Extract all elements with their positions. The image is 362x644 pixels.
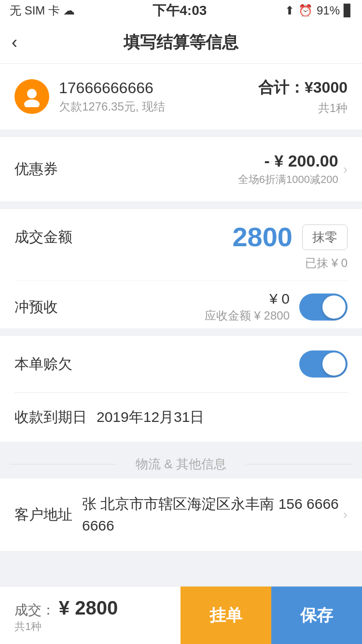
bottom-deal-label: 成交： (14, 602, 55, 617)
address-card: 客户地址 张 北京市市辖区海淀区永丰南 156 6666 6666 › (0, 478, 362, 551)
status-left: 无 SIM 卡 ☁ (10, 3, 75, 18)
battery-icon: ▊ (344, 4, 352, 17)
prepay-toggle-track[interactable] (299, 294, 348, 321)
prepay-amount: ¥ 0 (205, 291, 290, 307)
duedate-label: 收款到期日 (14, 407, 87, 427)
bottom-deal-count: 共1种 (14, 619, 181, 634)
prepay-toggle[interactable] (299, 294, 348, 321)
baddebt-toggle[interactable] (299, 350, 348, 378)
baddebt-card: 本单赊欠 收款到期日 2019年12月31日 (0, 336, 362, 442)
customer-sub: 欠款1276.35元, 现结 (59, 99, 165, 114)
bottom-total: 成交： ¥ 2800 共1种 (0, 597, 181, 634)
alarm-icon: ⏰ (298, 4, 313, 17)
customer-right: 合计：¥3000 共1种 (258, 77, 348, 116)
save-button[interactable]: 保存 (271, 587, 362, 644)
avatar-icon (21, 86, 42, 107)
svg-point-0 (27, 89, 37, 98)
address-chevron-icon: › (343, 507, 348, 522)
prepay-toggle-thumb (322, 295, 346, 319)
prepay-label: 冲预收 (14, 297, 58, 317)
customer-phone: 17666666666 (59, 79, 165, 97)
coupon-discount: - ¥ 200.00 (238, 152, 338, 170)
prepay-row: 冲预收 ¥ 0 应收金额 ¥ 2800 (14, 281, 348, 328)
status-right: ⬆ ⏰ 91% ▊ (285, 4, 352, 17)
coupon-right: - ¥ 200.00 全场6折满1000减200 › (238, 152, 348, 187)
page-title: 填写结算等信息 (124, 31, 238, 54)
coupon-sub: 全场6折满1000减200 (238, 172, 338, 187)
location-icon: ⬆ (285, 4, 294, 17)
customer-row: 17666666666 欠款1276.35元, 现结 合计：¥3000 共1种 (14, 64, 348, 129)
baddebt-toggle-track[interactable] (299, 350, 348, 378)
status-bar: 无 SIM 卡 ☁ 下午4:03 ⬆ ⏰ 91% ▊ (0, 0, 362, 21)
logistics-label: 物流 & 其他信息 (136, 456, 226, 473)
sim-label: 无 SIM 卡 ☁ (10, 3, 75, 18)
pending-button[interactable]: 挂单 (181, 587, 271, 644)
prepay-info: ¥ 0 应收金额 ¥ 2800 (205, 291, 290, 323)
deal-amount-row: 成交金额 2800 抹零 (14, 209, 348, 255)
address-label: 客户地址 (14, 505, 72, 525)
sep-line-right (246, 464, 352, 464)
deal-card: 成交金额 2800 抹零 已抹 ¥ 0 冲预收 ¥ 0 应收金额 ¥ 2800 (0, 209, 362, 328)
customer-info: 17666666666 欠款1276.35元, 现结 (59, 79, 165, 114)
nav-bar: ‹ 填写结算等信息 (0, 21, 362, 64)
total-count: 共1种 (258, 100, 348, 116)
back-button[interactable]: ‹ (12, 32, 17, 53)
baddebt-label: 本单赊欠 (14, 354, 72, 374)
bottom-bar: 成交： ¥ 2800 共1种 挂单 保存 (0, 586, 362, 644)
avatar (14, 79, 49, 114)
prepay-sub: 应收金额 ¥ 2800 (205, 308, 290, 323)
svg-point-1 (24, 99, 40, 107)
prepay-right: ¥ 0 应收金额 ¥ 2800 (205, 291, 348, 323)
round-button[interactable]: 抹零 (302, 224, 348, 250)
address-row[interactable]: 客户地址 张 北京市市辖区海淀区永丰南 156 6666 6666 › (14, 478, 348, 551)
battery-label: 91% (317, 4, 340, 17)
coupon-chevron-icon: › (343, 162, 348, 177)
sep-line-left (10, 464, 116, 464)
total-amount: 合计：¥3000 (258, 77, 348, 98)
coupon-label: 优惠券 (14, 159, 58, 179)
coupon-info: - ¥ 200.00 全场6折满1000减200 (238, 152, 338, 187)
content-area: 17666666666 欠款1276.35元, 现结 合计：¥3000 共1种 … (0, 64, 362, 644)
duedate-value: 2019年12月31日 (97, 407, 204, 427)
deal-amount-value: 2800 (232, 224, 292, 251)
coupon-card: 优惠券 - ¥ 200.00 全场6折满1000减200 › (0, 137, 362, 201)
duedate-row: 收款到期日 2019年12月31日 (14, 392, 348, 442)
deal-amount-label: 成交金额 (14, 227, 72, 247)
baddebt-toggle-thumb (322, 352, 346, 376)
status-time: 下午4:03 (153, 1, 207, 20)
baddebt-row: 本单赊欠 (14, 336, 348, 392)
deal-amount-sub: 已抹 ¥ 0 (14, 255, 348, 280)
customer-left: 17666666666 欠款1276.35元, 现结 (14, 79, 165, 114)
bottom-deal-amount: ¥ 2800 (59, 597, 118, 618)
logistics-separator: 物流 & 其他信息 (0, 449, 362, 478)
bottom-deal-row: 成交： ¥ 2800 (14, 597, 181, 619)
customer-card: 17666666666 欠款1276.35元, 现结 合计：¥3000 共1种 (0, 64, 362, 129)
address-value: 张 北京市市辖区海淀区永丰南 156 6666 6666 (82, 493, 343, 536)
coupon-row[interactable]: 优惠券 - ¥ 200.00 全场6折满1000减200 › (14, 137, 348, 201)
deal-amount-right: 2800 抹零 (232, 224, 348, 251)
